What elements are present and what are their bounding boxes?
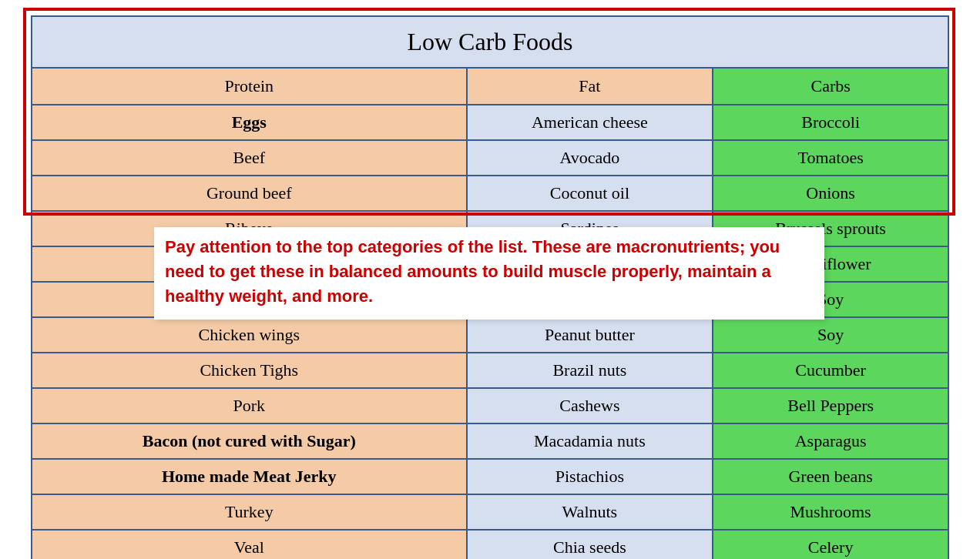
carbs-cell: Green beans [713, 459, 948, 494]
carbs-cell: Onions [713, 176, 948, 211]
carbs-header: Carbs [713, 68, 948, 105]
protein-cell: Beef [32, 140, 467, 176]
carbs-cell: Asparagus [713, 423, 948, 459]
table-title: Low Carb Foods [32, 16, 948, 68]
fat-cell: Coconut oil [467, 176, 713, 211]
page-wrapper: Low Carb Foods Protein Fat Carbs EggsAme… [0, 0, 980, 559]
callout-box: Pay attention to the top categories of t… [154, 227, 824, 320]
protein-cell: Home made Meat Jerky [32, 459, 467, 494]
fat-cell: Cashews [467, 388, 713, 423]
fat-cell: American cheese [467, 105, 713, 140]
header-row: Protein Fat Carbs [32, 68, 948, 105]
protein-cell: Ground beef [32, 176, 467, 211]
carbs-cell: Celery [713, 530, 948, 559]
carbs-cell: Broccoli [713, 105, 948, 140]
table-row: EggsAmerican cheeseBroccoli [32, 105, 948, 140]
protein-cell: Chicken wings [32, 317, 467, 353]
fat-cell: Pistachios [467, 459, 713, 494]
table-row: Bacon (not cured with Sugar)Macadamia nu… [32, 423, 948, 459]
protein-cell: Bacon (not cured with Sugar) [32, 423, 467, 459]
protein-cell: Veal [32, 530, 467, 559]
fat-cell: Brazil nuts [467, 353, 713, 388]
table-row: PorkCashewsBell Peppers [32, 388, 948, 423]
protein-cell: Eggs [32, 105, 467, 140]
carbs-cell: Mushrooms [713, 494, 948, 530]
table-row: Chicken wingsPeanut butterSoy [32, 317, 948, 353]
title-row: Low Carb Foods [32, 16, 948, 68]
fat-cell: Walnuts [467, 494, 713, 530]
fat-header: Fat [467, 68, 713, 105]
table-row: Home made Meat JerkyPistachiosGreen bean… [32, 459, 948, 494]
protein-header: Protein [32, 68, 467, 105]
table-row: VealChia seedsCelery [32, 530, 948, 559]
fat-cell: Avocado [467, 140, 713, 176]
table-row: Ground beefCoconut oilOnions [32, 176, 948, 211]
protein-cell: Pork [32, 388, 467, 423]
carbs-cell: Cucumber [713, 353, 948, 388]
fat-cell: Peanut butter [467, 317, 713, 353]
table-row: Chicken TighsBrazil nutsCucumber [32, 353, 948, 388]
carbs-cell: Tomatoes [713, 140, 948, 176]
protein-cell: Turkey [32, 494, 467, 530]
carbs-cell: Soy [713, 317, 948, 353]
callout-text: Pay attention to the top categories of t… [165, 235, 814, 309]
fat-cell: Chia seeds [467, 530, 713, 559]
fat-cell: Macadamia nuts [467, 423, 713, 459]
table-row: TurkeyWalnutsMushrooms [32, 494, 948, 530]
table-row: BeefAvocadoTomatoes [32, 140, 948, 176]
protein-cell: Chicken Tighs [32, 353, 467, 388]
carbs-cell: Bell Peppers [713, 388, 948, 423]
